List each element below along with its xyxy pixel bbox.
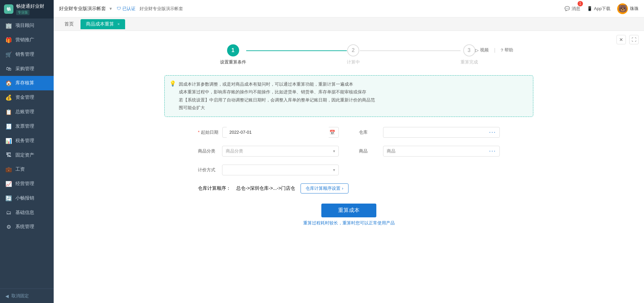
sidebar-label-salary: 工资 xyxy=(15,166,25,172)
product-input[interactable]: ··· xyxy=(383,146,500,157)
step-2-label: 计算中 xyxy=(347,59,360,65)
sidebar-label-project: 项目顾问 xyxy=(15,23,34,29)
sales-icon: 🛒 xyxy=(5,51,12,58)
purchase-icon: 🛍 xyxy=(5,66,12,72)
notice-line3: 若【系统设置】中启用了自动调整记账日期时，会调整入库单的整单记账日期，因此重新计… xyxy=(179,96,527,104)
sidebar-item-tax[interactable]: 📊 税务管理 xyxy=(0,134,54,148)
sidebar-label-purchase: 采购管理 xyxy=(15,66,34,72)
verified-badge-area: 🛡 已认证 xyxy=(117,6,136,12)
app-title: 畅捷通好业财 xyxy=(16,3,44,9)
step-2: 2 计算中 xyxy=(347,44,360,65)
sidebar-item-salary[interactable]: 💼 工资 xyxy=(0,162,54,177)
pricing-chevron-icon: ▾ xyxy=(333,168,335,172)
product-field[interactable] xyxy=(387,148,489,154)
maximize-icon: ⛶ xyxy=(632,37,636,42)
close-btn[interactable]: ✕ xyxy=(616,35,626,44)
notice-text: 因成本计算参数调整，或是对商品成本有疑问时，可以通过本重算功能，重新计算一遍成本… xyxy=(171,80,527,112)
sidebar-item-assets[interactable]: 🏗 固定资产 xyxy=(0,148,54,162)
recalc-btn-label: 重算成本 xyxy=(338,207,360,213)
warehouse-input[interactable]: ··· xyxy=(383,127,500,138)
sidebar-item-expense[interactable]: 🔄 小畅报销 xyxy=(0,191,54,206)
content-inner: 1 设置重算条件 2 计算中 3 重算 xyxy=(164,41,533,226)
sidebar-label-tax: 税务管理 xyxy=(15,138,34,144)
calendar-icon[interactable]: 📅 xyxy=(329,130,335,135)
sidebar-item-project[interactable]: 🏢 项目顾问 xyxy=(0,18,54,33)
sidebar-item-operations[interactable]: 📈 经营管理 xyxy=(0,177,54,191)
message-label: 消息 xyxy=(572,6,580,12)
content-area: ✕ ⛶ 1 设置重算条件 2 xyxy=(54,31,644,303)
sidebar-label-sales: 销售管理 xyxy=(15,51,34,57)
app-download-btn[interactable]: 📱 App下载 xyxy=(587,6,610,12)
help-link[interactable]: ? 帮助 xyxy=(501,47,513,53)
avatar: 🐻 xyxy=(617,3,628,14)
calc-order-settings-btn[interactable]: 仓库计算顺序设置 › xyxy=(301,183,348,193)
warehouse-more-icon[interactable]: ··· xyxy=(489,129,496,136)
sidebar: 畅 畅捷通好业财 专业版 🏢 项目顾问 🎁 营销推广 🛒 销售管理 🛍 采购管理… xyxy=(0,0,54,303)
sidebar-item-basic[interactable]: 🗂 基础信息 xyxy=(0,206,54,220)
app-edition: 专业版 xyxy=(16,10,30,15)
help-label: 帮助 xyxy=(504,47,513,53)
category-select[interactable]: 商品分类 ▾ xyxy=(222,146,339,157)
sidebar-item-sales[interactable]: 🛒 销售管理 xyxy=(0,47,54,62)
sidebar-item-purchase[interactable]: 🛍 采购管理 xyxy=(0,62,54,76)
app-title-group: 畅捷通好业财 专业版 xyxy=(16,3,44,15)
category-label: 商品分类 xyxy=(198,148,218,154)
notice-line1: 因成本计算参数调整，或是对商品成本有疑问时，可以通过本重算功能，重新计算一遍成本 xyxy=(179,80,527,88)
tab-close-btn[interactable]: × xyxy=(117,22,120,27)
pricing-select[interactable]: ▾ xyxy=(222,165,339,175)
start-date-input[interactable] xyxy=(226,127,329,138)
sidebar-label-inventory: 库存核算 xyxy=(15,80,34,86)
app-logo: 畅 xyxy=(4,4,13,14)
help-links: ▷ 视频 | ? 帮助 xyxy=(475,47,513,53)
start-date-input-wrapper[interactable]: 📅 xyxy=(222,127,339,138)
form-row-product: 商品 ··· xyxy=(359,146,500,157)
calc-order-arrow-icon: › xyxy=(342,186,343,191)
form-grid: 起始日期 📅 仓库 ··· 商品分类 xyxy=(198,127,500,175)
system-icon: ⚙ xyxy=(5,224,12,230)
tab-home[interactable]: 首页 xyxy=(59,19,79,29)
help-separator: | xyxy=(494,47,495,53)
step-2-circle: 2 xyxy=(347,44,359,56)
sidebar-unpin-btn[interactable]: ◀ 取消固定 xyxy=(0,289,54,303)
sidebar-header: 畅 畅捷通好业财 专业版 xyxy=(0,0,54,18)
tax-icon: 📊 xyxy=(5,138,12,144)
account-full-name: 好业财专业版演示帐套 xyxy=(140,6,183,12)
steps-container: 1 设置重算条件 2 计算中 3 重算 xyxy=(164,41,533,65)
message-btn[interactable]: 💬 1 消息 xyxy=(565,6,580,12)
calc-order-row: 仓库计算顺序： 总仓->深圳仓库->...->门店仓 仓库计算顺序设置 › xyxy=(198,183,500,193)
sidebar-label-expense: 小畅报销 xyxy=(15,195,34,201)
sidebar-label-marketing: 营销推广 xyxy=(15,37,34,43)
recalc-btn[interactable]: 重算成本 xyxy=(321,204,376,217)
topbar: 好业财专业版演示帐套 ▼ 🛡 已认证 好业财专业版演示帐套 💬 1 消息 📱 A… xyxy=(54,0,644,17)
warehouse-field[interactable] xyxy=(387,130,489,135)
account-selector[interactable]: 好业财专业版演示帐套 ▼ xyxy=(59,6,113,12)
sidebar-item-inventory[interactable]: 🏠 库存核算 xyxy=(0,76,54,90)
recalc-hint: 重算过程耗时较长，重算时您可以正常使用产品 xyxy=(164,220,533,226)
step-3: 3 重算完成 xyxy=(461,44,478,65)
form-row-start-date: 起始日期 📅 xyxy=(198,127,339,138)
pricing-label: 计价方式 xyxy=(198,167,218,173)
basic-icon: 🗂 xyxy=(5,210,12,216)
sidebar-item-accounting[interactable]: 📋 总账管理 xyxy=(0,105,54,119)
user-name: 珠珠 xyxy=(630,6,639,12)
video-label: 视频 xyxy=(480,47,489,53)
project-icon: 🏢 xyxy=(5,23,12,29)
sidebar-item-system[interactable]: ⚙ 系统管理 xyxy=(0,220,54,234)
user-profile[interactable]: 🐻 珠珠 xyxy=(617,3,639,14)
verified-text: 已认证 xyxy=(122,6,136,12)
maximize-btn[interactable]: ⛶ xyxy=(629,35,639,44)
unpin-icon: ◀ xyxy=(5,294,9,299)
tabs-bar: 首页 商品成本重算 × xyxy=(54,17,644,31)
finance-icon: 💰 xyxy=(5,94,12,101)
sidebar-label-system: 系统管理 xyxy=(15,224,34,230)
accounting-icon: 📋 xyxy=(5,109,12,115)
sidebar-item-invoice[interactable]: 🧾 发票管理 xyxy=(0,119,54,134)
sidebar-item-finance[interactable]: 💰 资金管理 xyxy=(0,90,54,105)
notice-icon: 💡 xyxy=(169,80,176,87)
sidebar-nav: 🏢 项目顾问 🎁 营销推广 🛒 销售管理 🛍 采购管理 🏠 库存核算 💰 资金管… xyxy=(0,18,54,289)
window-controls: ✕ ⛶ xyxy=(616,35,639,44)
invoice-icon: 🧾 xyxy=(5,123,12,130)
product-more-icon[interactable]: ··· xyxy=(489,147,496,155)
sidebar-item-marketing[interactable]: 🎁 营销推广 xyxy=(0,33,54,47)
tab-recalc[interactable]: 商品成本重算 × xyxy=(80,19,125,29)
